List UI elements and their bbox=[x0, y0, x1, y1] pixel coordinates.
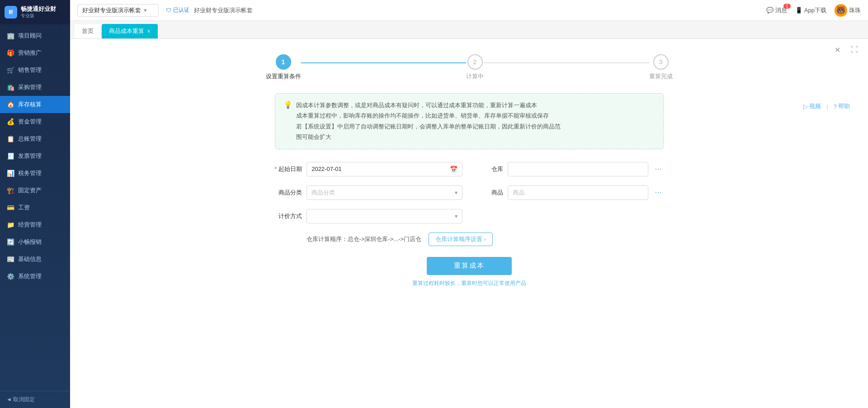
sidebar-item-project[interactable]: 🏢 项目顾问 bbox=[0, 27, 70, 44]
sidebar-item-invoice[interactable]: 🧾 发票管理 bbox=[0, 147, 70, 165]
warehouse-label: 仓库 bbox=[476, 165, 503, 173]
sidebar-label-expense: 小畅报销 bbox=[18, 238, 42, 246]
sidebar-label-finance: 资金管理 bbox=[18, 118, 42, 126]
start-date-label: 起始日期 bbox=[275, 165, 302, 173]
info-line3: 若【系统设置】中启用了自动调整记账日期时，会调整入库单的整单记账日期，因此重新计… bbox=[296, 121, 561, 132]
verified-badge: 🛡 已认证 bbox=[166, 6, 189, 14]
info-line1: 因成本计算参数调整，或是对商品成本有疑问时，可以通过成本重算功能，重新计算一遍成… bbox=[296, 100, 561, 110]
app-download-button[interactable]: 📱 App下载 bbox=[795, 6, 826, 14]
home-tab-label: 首页 bbox=[82, 27, 94, 35]
product-input[interactable]: 商品 bbox=[508, 185, 649, 200]
step-1-num: 1 bbox=[282, 58, 285, 66]
form-area: 起始日期 2022-07-01 📅 仓库 ··· 商品分类 bbox=[275, 162, 664, 287]
category-field: 商品分类 商品分类 ▾ bbox=[275, 185, 462, 200]
category-select[interactable]: 商品分类 ▾ bbox=[307, 185, 462, 200]
sidebar-item-accounting[interactable]: 📋 总账管理 bbox=[0, 130, 70, 147]
sidebar-item-inventory[interactable]: 🏠 库存核算 bbox=[0, 96, 70, 113]
form-row-2: 商品分类 商品分类 ▾ 商品 商品 ··· bbox=[275, 185, 664, 200]
sidebar-nav: 🏢 项目顾问 🎁 营销推广 🛒 销售管理 🛍️ 采购管理 🏠 库存核算 💰 资金… bbox=[0, 24, 70, 391]
video-link[interactable]: ▷ 视频 bbox=[803, 102, 821, 110]
sidebar-item-tax[interactable]: 📊 税务管理 bbox=[0, 165, 70, 182]
sidebar-item-asset[interactable]: 🏗️ 固定资产 bbox=[0, 182, 70, 199]
pricing-field: 计价方式 ▾ bbox=[275, 209, 462, 223]
sidebar-icon-business: 📁 bbox=[6, 221, 14, 229]
phone-icon: 📱 bbox=[795, 7, 802, 14]
sidebar-item-business[interactable]: 📁 经营管理 bbox=[0, 216, 70, 233]
sidebar-cancel-fixed[interactable]: ◄ 取消固定 bbox=[0, 391, 70, 408]
sidebar: 财 畅捷通好业财 专业版 🏢 项目顾问 🎁 营销推广 🛒 销售管理 🛍️ 采购管… bbox=[0, 0, 70, 408]
sidebar-icon-basic: 📰 bbox=[6, 255, 14, 263]
form-row-1: 起始日期 2022-07-01 📅 仓库 ··· bbox=[275, 162, 664, 176]
sidebar-header: 财 畅捷通好业财 专业版 bbox=[0, 0, 70, 24]
sidebar-label-inventory: 库存核算 bbox=[18, 100, 42, 109]
main-area: 好业财专业版演示帐套 ▾ 🛡 已认证 好业财专业版演示帐套 💬 消息 1 📱 A… bbox=[70, 0, 868, 408]
sidebar-item-expense[interactable]: 🔄 小畅报销 bbox=[0, 233, 70, 251]
expand-window-button[interactable]: ⛶ bbox=[848, 43, 861, 56]
sidebar-label-project: 项目顾问 bbox=[18, 32, 42, 40]
close-window-button[interactable]: ✕ bbox=[831, 43, 844, 56]
info-line2: 成本重算过程中，影响库存账的操作均不能操作，比如进货单、销货单、库存单据不能审核… bbox=[296, 110, 561, 121]
start-date-value: 2022-07-01 bbox=[311, 166, 447, 172]
tab-recalc[interactable]: 商品成本重算 × bbox=[102, 24, 158, 38]
warehouse-order-settings-button[interactable]: 仓库计算顺序设置 › bbox=[429, 232, 493, 246]
sidebar-item-purchase[interactable]: 🛍️ 采购管理 bbox=[0, 79, 70, 96]
messages-badge: 1 bbox=[783, 4, 791, 9]
pricing-dropdown-icon: ▾ bbox=[455, 213, 458, 219]
stepper: 1 设置重算条件 2 计算中 3 重算完成 bbox=[266, 54, 673, 81]
recalc-button-area: 重算成本 重算过程耗时较长，重算时您可以正常使用产品 bbox=[275, 257, 664, 287]
tabbar: 首页 商品成本重算 × bbox=[70, 21, 868, 39]
messages-button[interactable]: 💬 消息 1 bbox=[766, 6, 787, 14]
cancel-fixed-label: ◄ 取消固定 bbox=[6, 396, 35, 403]
category-placeholder: 商品分类 bbox=[311, 189, 452, 197]
step-1: 1 设置重算条件 bbox=[266, 54, 301, 81]
recalc-button[interactable]: 重算成本 bbox=[427, 257, 512, 275]
sidebar-title-wrap: 畅捷通好业财 专业版 bbox=[21, 5, 56, 19]
content-area: ✕ ⛶ 1 设置重算条件 2 计算中 3 bbox=[70, 39, 868, 408]
product-placeholder: 商品 bbox=[513, 189, 644, 197]
sidebar-icon-sales: 🛒 bbox=[6, 66, 14, 74]
step-line-2 bbox=[484, 62, 649, 63]
sidebar-item-marketing[interactable]: 🎁 营销推广 bbox=[0, 44, 70, 62]
recalc-btn-label: 重算成本 bbox=[454, 261, 485, 269]
sidebar-label-sales: 销售管理 bbox=[18, 66, 42, 74]
sidebar-icon-asset: 🏗️ bbox=[6, 186, 14, 195]
step-1-circle: 1 bbox=[276, 54, 291, 70]
start-date-field: 起始日期 2022-07-01 📅 bbox=[275, 162, 462, 176]
sidebar-item-basic[interactable]: 📰 基础信息 bbox=[0, 251, 70, 268]
help-link[interactable]: ? 帮助 bbox=[834, 102, 850, 110]
sidebar-icon-tax: 📊 bbox=[6, 169, 14, 177]
sidebar-item-finance[interactable]: 💰 资金管理 bbox=[0, 113, 70, 130]
sidebar-label-system: 系统管理 bbox=[18, 272, 42, 280]
sidebar-item-system[interactable]: ⚙️ 系统管理 bbox=[0, 268, 70, 285]
app-name: 畅捷通好业财 bbox=[21, 5, 56, 13]
sidebar-icon-finance: 💰 bbox=[6, 118, 14, 126]
sidebar-label-tax: 税务管理 bbox=[18, 169, 42, 177]
warehouse-input[interactable] bbox=[508, 162, 649, 176]
tab-close-icon[interactable]: × bbox=[147, 28, 151, 35]
product-more-button[interactable]: ··· bbox=[653, 188, 663, 197]
app-logo-icon: 财 bbox=[5, 6, 17, 19]
sidebar-icon-system: ⚙️ bbox=[6, 272, 14, 280]
sidebar-item-sales[interactable]: 🛒 销售管理 bbox=[0, 62, 70, 79]
warehouse-more-button[interactable]: ··· bbox=[653, 164, 663, 174]
user-menu[interactable]: 🐻 珠珠 bbox=[835, 4, 861, 17]
recalc-tab-label: 商品成本重算 bbox=[109, 27, 144, 35]
category-label: 商品分类 bbox=[275, 189, 302, 197]
window-controls: ✕ ⛶ bbox=[831, 43, 861, 56]
account-selector[interactable]: 好业财专业版演示帐套 ▾ bbox=[77, 4, 159, 17]
tab-home[interactable]: 首页 bbox=[75, 24, 101, 38]
step-3-num: 3 bbox=[659, 58, 663, 66]
start-date-input[interactable]: 2022-07-01 📅 bbox=[307, 162, 462, 176]
sidebar-label-salary: 工资 bbox=[18, 204, 30, 212]
pricing-select[interactable]: ▾ bbox=[307, 209, 462, 223]
sidebar-item-salary[interactable]: 💳 工资 bbox=[0, 199, 70, 216]
app-edition: 专业版 bbox=[21, 13, 56, 19]
help-icon: ? bbox=[834, 103, 837, 110]
calendar-icon[interactable]: 📅 bbox=[450, 166, 458, 173]
sidebar-label-asset: 固定资产 bbox=[18, 186, 42, 195]
pricing-label: 计价方式 bbox=[275, 212, 302, 220]
sidebar-label-purchase: 采购管理 bbox=[18, 83, 42, 91]
avatar: 🐻 bbox=[835, 4, 847, 17]
sidebar-icon-marketing: 🎁 bbox=[6, 49, 14, 57]
help-links: ▷ 视频 | ? 帮助 bbox=[803, 102, 850, 110]
